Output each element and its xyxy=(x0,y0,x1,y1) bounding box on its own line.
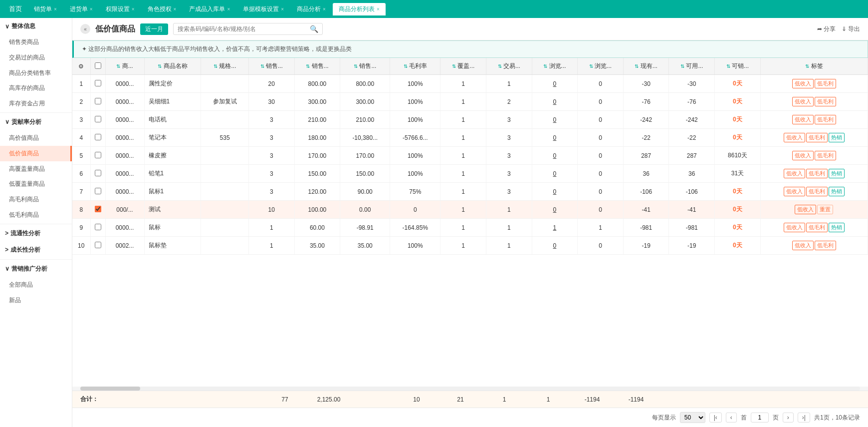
row-checkbox[interactable] xyxy=(95,98,101,104)
row-checkbox[interactable] xyxy=(95,206,101,212)
cell-check[interactable] xyxy=(90,147,105,165)
sidebar-collapse-button[interactable]: « xyxy=(80,24,90,34)
th-spec[interactable]: ⇅ 规格... xyxy=(201,58,249,75)
page-size-select[interactable]: 50 100 200 xyxy=(680,412,705,423)
sidebar-item-low-value[interactable]: 低价值商品 xyxy=(0,146,72,161)
nav-tab-6[interactable]: 商品分析 × xyxy=(291,3,332,15)
th-stock2[interactable]: ⇅ 可用... xyxy=(669,58,715,75)
search-input[interactable] xyxy=(178,25,310,32)
sidebar-item-high-coverage[interactable]: 高覆盖量商品 xyxy=(0,161,72,177)
select-all-checkbox[interactable] xyxy=(95,62,101,69)
cell-check[interactable] xyxy=(90,111,105,129)
cell-browse1[interactable]: 0 xyxy=(532,75,578,93)
cell-browse1[interactable]: 0 xyxy=(532,201,578,219)
sidebar-item-all-goods[interactable]: 全部商品 xyxy=(0,277,72,293)
cell-browse1[interactable]: 1 xyxy=(532,219,578,237)
cell-browse1[interactable]: 0 xyxy=(532,147,578,165)
last-page-button[interactable]: ›| xyxy=(798,413,810,423)
th-tags[interactable]: ⇅ 标签 xyxy=(760,58,868,75)
cell-browse1[interactable]: 0 xyxy=(532,129,578,147)
first-page-button[interactable]: |‹ xyxy=(709,413,722,423)
th-code[interactable]: ⇅ 商... xyxy=(105,58,144,75)
browse-link[interactable]: 0 xyxy=(553,206,557,213)
close-icon-4[interactable]: × xyxy=(227,6,230,12)
share-button[interactable]: ➦ 分享 xyxy=(817,25,836,33)
row-checkbox[interactable] xyxy=(95,80,101,86)
cell-check[interactable] xyxy=(90,237,105,255)
cell-check[interactable] xyxy=(90,93,105,111)
th-s1[interactable]: ⇅ 销售... xyxy=(248,58,294,75)
cell-browse1[interactable]: 0 xyxy=(532,237,578,255)
table-wrapper[interactable]: ⚙ ⇅ 商... ⇅ 商品名称 ⇅ 规格... ⇅ 销售... ⇅ 销售... … xyxy=(72,58,868,387)
prev-page-button[interactable]: ‹ xyxy=(726,413,737,423)
cell-check[interactable] xyxy=(90,75,105,93)
row-checkbox[interactable] xyxy=(95,152,101,158)
sidebar-item-stock-capital[interactable]: 库存资金占用 xyxy=(0,96,72,111)
cell-browse1[interactable]: 0 xyxy=(532,165,578,183)
close-icon-0[interactable]: × xyxy=(54,6,57,12)
close-icon-1[interactable]: × xyxy=(90,6,93,12)
row-checkbox[interactable] xyxy=(95,134,101,140)
sidebar-item-category-sales-rate[interactable]: 商品分类销售率 xyxy=(0,65,72,81)
browse-link[interactable]: 0 xyxy=(553,170,557,177)
horizontal-scrollbar[interactable] xyxy=(80,387,860,391)
cell-check[interactable] xyxy=(90,219,105,237)
cell-check[interactable] xyxy=(90,183,105,201)
th-trade[interactable]: ⇅ 交易... xyxy=(486,58,532,75)
th-browse1[interactable]: ⇅ 浏览... xyxy=(532,58,578,75)
close-icon-7[interactable]: × xyxy=(377,6,380,12)
row-checkbox[interactable] xyxy=(95,224,101,230)
row-checkbox[interactable] xyxy=(95,116,101,122)
row-checkbox[interactable] xyxy=(95,242,101,248)
sidebar-item-low-margin[interactable]: 低毛利商品 xyxy=(0,207,72,223)
sidebar-group-flow[interactable]: > 流通性分析 xyxy=(0,225,72,242)
sidebar-item-new-goods[interactable]: 新品 xyxy=(0,293,72,308)
export-button[interactable]: ⇓ 导出 xyxy=(842,25,860,33)
th-margin[interactable]: ⇅ 毛利率 xyxy=(390,58,440,75)
browse-link[interactable]: 1 xyxy=(553,224,557,231)
nav-tab-2[interactable]: 权限设置 × xyxy=(100,3,141,15)
th-browse2[interactable]: ⇅ 浏览... xyxy=(578,58,624,75)
row-checkbox[interactable] xyxy=(95,170,101,176)
browse-link[interactable]: 0 xyxy=(553,80,557,87)
sidebar-item-traded[interactable]: 交易过的商品 xyxy=(0,50,72,65)
browse-link[interactable]: 0 xyxy=(553,152,557,159)
browse-link[interactable]: 0 xyxy=(553,188,557,195)
page-number-input[interactable]: 1 xyxy=(751,413,769,423)
browse-link[interactable]: 0 xyxy=(553,98,557,105)
browse-link[interactable]: 0 xyxy=(553,242,557,249)
nav-tab-1[interactable]: 进货单 × xyxy=(64,3,99,15)
browse-link[interactable]: 0 xyxy=(553,134,557,141)
sidebar-group-contribution[interactable]: ∨ 贡献率分析 xyxy=(0,114,72,130)
sidebar-item-low-coverage[interactable]: 低覆盖量商品 xyxy=(0,176,72,192)
th-check[interactable] xyxy=(90,58,105,75)
cell-browse1[interactable]: 0 xyxy=(532,183,578,201)
sidebar-item-sales-category[interactable]: 销售类商品 xyxy=(0,34,72,50)
th-cover[interactable]: ⇅ 覆盖... xyxy=(440,58,486,75)
row-checkbox[interactable] xyxy=(95,188,101,194)
close-icon-2[interactable]: × xyxy=(132,6,135,12)
cell-check[interactable] xyxy=(90,201,105,219)
scrollbar-thumb[interactable] xyxy=(80,387,140,391)
nav-tab-3[interactable]: 角色授权 × xyxy=(142,3,183,15)
cell-check[interactable] xyxy=(90,129,105,147)
cell-browse1[interactable]: 0 xyxy=(532,93,578,111)
sidebar-item-high-stock[interactable]: 高库存的商品 xyxy=(0,80,72,96)
close-icon-5[interactable]: × xyxy=(281,6,284,12)
th-stock1[interactable]: ⇅ 现有... xyxy=(623,58,669,75)
sidebar-group-marketing[interactable]: ∨ 营销推广分析 xyxy=(0,261,72,277)
nav-tab-5[interactable]: 单据模板设置 × xyxy=(237,3,290,15)
nav-tab-0[interactable]: 销货单 × xyxy=(28,3,63,15)
nav-tab-4[interactable]: 产成品入库单 × xyxy=(183,3,236,15)
close-icon-6[interactable]: × xyxy=(323,6,326,12)
browse-link[interactable]: 0 xyxy=(553,116,557,123)
th-settings[interactable]: ⚙ xyxy=(72,58,90,75)
search-icon[interactable]: 🔍 xyxy=(310,25,318,33)
th-s2[interactable]: ⇅ 销售... xyxy=(294,58,340,75)
cell-check[interactable] xyxy=(90,165,105,183)
sidebar-item-high-margin[interactable]: 高毛利商品 xyxy=(0,192,72,207)
next-page-button[interactable]: › xyxy=(783,413,794,423)
th-s3[interactable]: ⇅ 销售... xyxy=(340,58,390,75)
sidebar-group-overall[interactable]: ∨ 整体信息 xyxy=(0,18,72,34)
th-stock3[interactable]: ⇅ 可销... xyxy=(715,58,761,75)
